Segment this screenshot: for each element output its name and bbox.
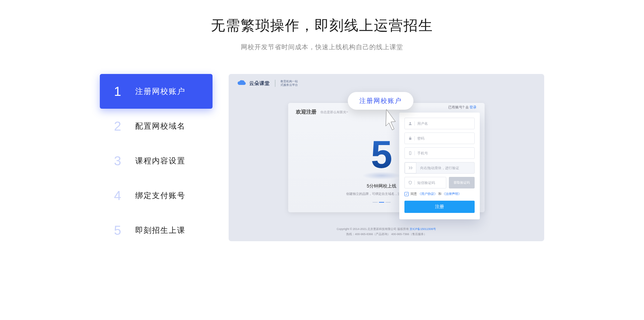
step-number: 2 xyxy=(100,119,135,133)
slider-text: 向右拖动滑块，进行验证 xyxy=(420,166,459,170)
tooltip-pill: 注册网校账户 xyxy=(348,92,413,110)
lock-icon xyxy=(408,136,412,140)
legal-link[interactable]: 《法律声明》 xyxy=(442,192,461,196)
phone-icon xyxy=(408,151,412,155)
card-title: 欢迎注册 xyxy=(296,109,317,115)
already-have-account: 已有账号? 去登录 xyxy=(448,105,477,110)
svg-rect-1 xyxy=(409,138,412,140)
get-code-button[interactable]: 获取验证码 xyxy=(449,177,475,188)
username-field[interactable]: 用户名 xyxy=(404,118,475,129)
login-link[interactable]: 登录 xyxy=(469,105,477,109)
placeholder: 手机号 xyxy=(417,151,428,156)
step-number: 3 xyxy=(100,154,135,168)
signup-panel: 用户名 密码 手机号 xyxy=(399,113,480,219)
preview-screenshot: 云朵课堂 教育机构一站式服务云平台 欢迎注册 你总是那么有眼光~ 5 5分钟网校… xyxy=(229,74,544,241)
svg-point-3 xyxy=(410,154,410,154)
logo-text: 云朵课堂 xyxy=(249,80,270,87)
placeholder: 用户名 xyxy=(417,121,428,126)
step-number: 1 xyxy=(100,84,135,99)
step-number: 5 xyxy=(100,223,135,238)
user-agreement-link[interactable]: 《用户协议》 xyxy=(418,192,437,196)
step-number: 4 xyxy=(100,188,135,203)
shield-icon xyxy=(408,181,412,185)
step-3[interactable]: 3 课程内容设置 xyxy=(100,143,213,178)
step-list: 1 注册网校账户 2 配置网校域名 3 课程内容设置 4 绑定支付账号 5 即刻… xyxy=(100,74,213,248)
carousel-dots[interactable] xyxy=(373,202,391,203)
register-button[interactable]: 注册 xyxy=(404,201,475,213)
page-title: 无需繁琐操作，即刻线上运营招生 xyxy=(0,16,644,35)
page-subtitle: 网校开发节省时间成本，快速上线机构自己的线上课堂 xyxy=(0,43,644,51)
svg-point-0 xyxy=(410,122,411,123)
step-label: 注册网校账户 xyxy=(135,86,185,96)
icp-link[interactable]: 京ICP备15011506号 xyxy=(410,227,436,231)
footer: Copyright © 2014-2021.北京昱新科技有限公司 版权所有 京I… xyxy=(229,226,544,237)
placeholder: 短信验证码 xyxy=(417,180,435,185)
slider-verify[interactable]: 向右拖动滑块，进行验证 xyxy=(404,162,475,174)
logo-tagline: 教育机构一站式服务云平台 xyxy=(280,80,298,87)
cloud-icon xyxy=(237,80,246,87)
step-label: 配置网校域名 xyxy=(135,121,185,131)
step-label: 绑定支付账号 xyxy=(135,190,185,201)
placeholder: 密码 xyxy=(417,136,424,141)
step-2[interactable]: 2 配置网校域名 xyxy=(100,109,213,143)
slider-handle-icon[interactable] xyxy=(405,162,416,173)
agree-row: ✓ 同意 《用户协议》 和 《法律声明》 xyxy=(404,192,475,196)
step-label: 即刻招生上课 xyxy=(135,225,185,235)
user-icon xyxy=(408,122,412,125)
step-5[interactable]: 5 即刻招生上课 xyxy=(100,213,213,248)
step-label: 课程内容设置 xyxy=(135,156,185,166)
sms-code-field[interactable]: 短信验证码 xyxy=(404,177,446,188)
divider xyxy=(275,80,275,87)
logo: 云朵课堂 教育机构一站式服务云平台 xyxy=(237,80,298,87)
big-number-icon: 5 xyxy=(371,135,393,174)
password-field[interactable]: 密码 xyxy=(404,133,475,144)
step-4[interactable]: 4 绑定支付账号 xyxy=(100,178,213,213)
promo-label: 5分钟网校上线 xyxy=(367,183,396,189)
step-1[interactable]: 1 注册网校账户 xyxy=(100,74,213,109)
phone-field[interactable]: 手机号 xyxy=(404,147,475,159)
card-hint: 你总是那么有眼光~ xyxy=(320,110,348,114)
agree-checkbox[interactable]: ✓ xyxy=(404,192,409,196)
